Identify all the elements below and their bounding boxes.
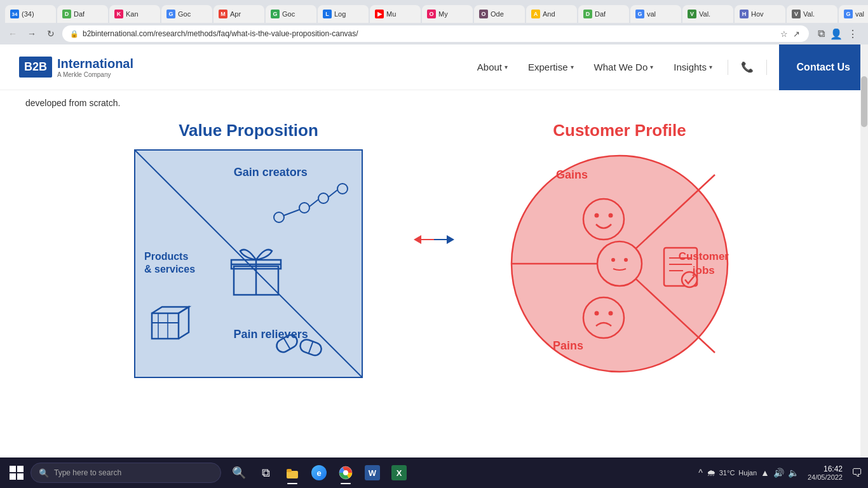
tab-label: (34) (22, 10, 34, 18)
tab-item[interactable]: H Hov (735, 5, 785, 23)
svg-point-3 (318, 193, 329, 203)
tab-item[interactable]: V Val. (682, 5, 733, 23)
url-bar[interactable]: 🔒 b2binternational.com/research/methods/… (62, 25, 809, 42)
phone-icon[interactable]: 📞 (736, 56, 759, 78)
sound-icon[interactable]: 🔊 (773, 468, 784, 478)
tab-item[interactable]: 34 (34) (5, 5, 56, 23)
tab-item[interactable]: ▶ Mu (370, 5, 421, 23)
forward-button[interactable]: → (24, 26, 39, 41)
nav-expertise[interactable]: Expertise ▾ (520, 57, 581, 78)
bookmark-icon[interactable]: ☆ (779, 28, 789, 40)
volume-icon[interactable]: 🔈 (788, 468, 799, 478)
nav-insights-label: Insights (674, 62, 707, 72)
svg-line-7 (329, 190, 337, 197)
tab-label: Log (334, 10, 346, 18)
svg-line-17 (284, 338, 290, 349)
cp-title: Customer Profile (553, 121, 686, 140)
reload-button[interactable]: ↻ (43, 26, 58, 41)
nav-about[interactable]: About ▾ (470, 57, 515, 78)
arrow-line-left (421, 239, 434, 240)
back-button[interactable]: ← (5, 26, 20, 41)
svg-point-29 (609, 214, 613, 218)
tab-label: Val. (699, 10, 710, 18)
network-icon[interactable]: ▲ (761, 468, 770, 478)
tab-item[interactable]: K Kan (109, 5, 160, 23)
article-text: developed from scratch. (0, 90, 868, 114)
url-actions: ☆ ↗ (779, 28, 801, 40)
weather-icon[interactable]: 🌧 (707, 468, 715, 478)
extensions-button[interactable]: ⧉ (818, 28, 825, 39)
svg-rect-39 (287, 469, 292, 472)
svg-point-28 (595, 214, 599, 218)
tab-label: Hov (751, 10, 764, 18)
nav-insights[interactable]: Insights ▾ (666, 57, 720, 78)
taskbar: 🔍 Type here to search 🔍 ⧉ e (0, 458, 868, 488)
tab-item[interactable]: D Daf (57, 5, 108, 23)
svg-point-31 (595, 311, 599, 316)
notification-icon[interactable]: 🗨 (851, 466, 863, 480)
tab-favicon: M (219, 10, 227, 18)
tab-favicon: G (844, 10, 853, 18)
taskbar-app-taskview[interactable]: ⧉ (253, 460, 278, 485)
start-button[interactable] (5, 461, 28, 484)
scrollbar-thumb[interactable] (861, 76, 867, 127)
tab-favicon: O (427, 10, 436, 18)
tab-item[interactable]: A And (526, 5, 577, 23)
tab-item[interactable]: M Apr (214, 5, 264, 23)
tab-item[interactable]: L Log (318, 5, 369, 23)
customer-profile-column: Customer Profile (505, 121, 734, 378)
tab-item[interactable]: V Val. (787, 5, 837, 23)
nav-expertise-label: Expertise (528, 62, 568, 72)
share-icon[interactable]: ↗ (792, 28, 801, 40)
value-proposition-column: Value Proposition Gain creators (134, 121, 363, 378)
lock-icon: 🔒 (70, 30, 79, 38)
svg-point-41 (343, 470, 348, 475)
logo-box[interactable]: B2B (19, 57, 52, 78)
taskbar-app-chrome[interactable] (333, 460, 358, 485)
taskbar-app-edge[interactable]: e (306, 460, 332, 485)
windows-icon (10, 466, 24, 480)
page-content: B2B International A Merkle Company About… (0, 44, 868, 458)
profile-button[interactable]: 👤 (830, 28, 843, 40)
site-header: B2B International A Merkle Company About… (0, 44, 868, 90)
taskbar-app-explorer[interactable] (280, 460, 305, 485)
contact-us-button[interactable]: Contact Us (779, 44, 868, 90)
tab-label: val (855, 10, 864, 18)
app-underline (287, 483, 297, 484)
tab-label: Mu (386, 10, 396, 18)
tab-label: Ode (491, 10, 504, 18)
pain-relievers-icon (273, 327, 330, 365)
tab-item[interactable]: G val (630, 5, 681, 23)
scrollbar[interactable] (860, 44, 868, 458)
file-explorer-icon (285, 465, 300, 480)
svg-point-26 (624, 258, 628, 262)
tab-favicon: L (323, 10, 332, 18)
tab-item[interactable]: D Daf (578, 5, 629, 23)
taskbar-search-box[interactable]: 🔍 Type here to search (31, 463, 221, 483)
gain-creators-icon (273, 182, 349, 227)
system-clock[interactable]: 16:42 24/05/2022 (803, 464, 848, 481)
svg-point-32 (609, 311, 613, 316)
search-placeholder: Type here to search (54, 468, 121, 477)
nav-what-we-do[interactable]: What We Do ▾ (587, 57, 661, 78)
taskbar-app-excel[interactable]: X (386, 460, 412, 485)
address-bar: ← → ↻ 🔒 b2binternational.com/research/me… (0, 23, 868, 44)
menu-button[interactable]: ⋮ (848, 28, 858, 40)
tab-item[interactable]: G Goc (161, 5, 212, 23)
tab-favicon: A (531, 10, 540, 18)
taskbar-app-word[interactable]: W (360, 460, 385, 485)
tab-label: Kan (126, 10, 139, 18)
gift-icon (227, 240, 285, 297)
chevron-down-icon: ▾ (571, 64, 574, 71)
tab-favicon: 34 (10, 10, 19, 18)
taskbar-app-search[interactable]: 🔍 (226, 460, 252, 485)
edge-icon: e (311, 465, 327, 480)
chevron-up-icon[interactable]: ^ (698, 468, 703, 478)
customer-jobs-label: Customerjobs (679, 250, 729, 278)
tab-item[interactable]: O My (422, 5, 473, 23)
tab-item[interactable]: G Goc (266, 5, 316, 23)
chrome-icon (338, 465, 353, 480)
svg-point-2 (299, 203, 309, 213)
tab-item[interactable]: O Ode (474, 5, 525, 23)
tab-item[interactable]: G val (839, 5, 868, 23)
